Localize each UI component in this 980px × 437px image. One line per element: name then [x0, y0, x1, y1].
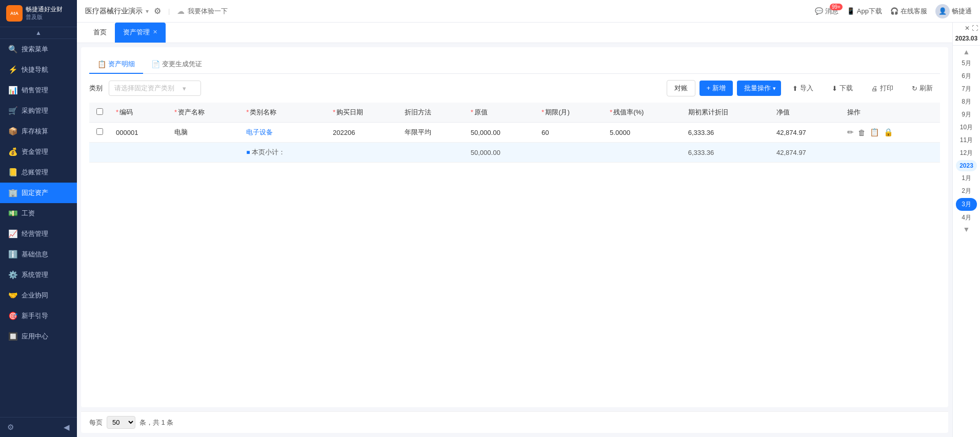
sidebar-item-search[interactable]: 🔍 搜索菜单	[0, 39, 77, 59]
sidebar-item-base-info[interactable]: ℹ️ 基础信息	[0, 244, 77, 265]
sidebar-item-operations[interactable]: 📈 经营管理	[0, 224, 77, 244]
header-depreciation-method: 折旧方法	[398, 103, 464, 123]
header-name: *资产名称	[168, 103, 240, 123]
time-year-2023[interactable]: 2023	[956, 160, 977, 171]
row-residual-rate: 5.0000	[604, 123, 682, 143]
sub-tab-asset-detail[interactable]: 📋 资产明细	[89, 55, 143, 74]
time-up-arrow-icon[interactable]: ▲	[962, 47, 971, 57]
refresh-btn[interactable]: ↻ 刷新	[905, 81, 940, 96]
cloud-icon: ☁	[177, 7, 185, 16]
apps-icon: 🔲	[8, 332, 17, 341]
sidebar-item-sales[interactable]: 📊 销售管理	[0, 80, 77, 101]
time-month-10[interactable]: 10月	[953, 121, 980, 134]
inner-content: 📋 资产明细 📄 变更生成凭证 类别 请选择固定资产类别	[81, 47, 948, 407]
app-download-btn[interactable]: 📱 App下载	[847, 7, 882, 16]
lock-icon[interactable]: 🔒	[884, 128, 893, 137]
logo-icon: AtA	[6, 5, 23, 22]
lightning-icon: ⚡	[8, 65, 17, 74]
online-service-btn[interactable]: 🎧 在线客服	[890, 7, 927, 16]
sidebar-item-inventory[interactable]: 📦 库存核算	[0, 121, 77, 142]
tab-home[interactable]: 首页	[85, 23, 115, 43]
pagination: 每页 10 20 50 100 条，共 1 条	[81, 411, 948, 433]
sidebar-item-ledger[interactable]: 📒 总账管理	[0, 162, 77, 183]
headset-icon: 🎧	[890, 7, 898, 15]
phone-icon: 📱	[847, 7, 855, 15]
settings-bottom-icon[interactable]: ⚙	[7, 423, 14, 432]
batch-ops-btn[interactable]: 批量操作 ▾	[737, 81, 781, 96]
time-month-5[interactable]: 5月	[953, 57, 980, 70]
subtotal-row: ■ 本页小计： 50,000.00 6,333.36 42,874.97	[89, 143, 940, 163]
time-month-2[interactable]: 2月	[953, 185, 980, 197]
experience-label[interactable]: 我要体验一下	[188, 7, 228, 16]
toolbar: 类别 请选择固定资产类别 ▾ 对账 + 新增	[89, 80, 940, 96]
time-panel: ✕ ⛶ 2023.03 ▲ 5月 6月 7月 8月 9月 10月 11月 12月…	[952, 23, 980, 437]
row-actions: ✏ 🗑 📋 🔒	[841, 123, 940, 143]
total-label: 条，共 1 条	[139, 418, 173, 427]
tab-asset-management[interactable]: 资产管理 ✕	[115, 23, 166, 43]
time-month-7[interactable]: 7月	[953, 83, 980, 95]
ledger-icon: 📒	[8, 168, 17, 177]
message-icon: 💬	[815, 7, 823, 15]
target-icon: 🎯	[8, 311, 17, 321]
topbar-settings-icon[interactable]: ⚙	[154, 6, 161, 16]
sidebar-item-system[interactable]: ⚙️ 系统管理	[0, 265, 77, 285]
time-month-3[interactable]: 3月	[956, 198, 977, 211]
sidebar-item-assets[interactable]: 🏢 固定资产	[0, 183, 77, 203]
sidebar-item-purchase[interactable]: 🛒 采购管理	[0, 101, 77, 121]
delete-icon[interactable]: 🗑	[858, 128, 866, 137]
time-month-4[interactable]: 4月	[953, 211, 980, 224]
panel-close-btn[interactable]: ✕	[965, 25, 970, 32]
messages-badge: 99+	[830, 4, 843, 10]
sub-tabs: 📋 资产明细 📄 变更生成凭证	[89, 55, 940, 74]
sidebar-item-guide[interactable]: 🎯 新手引导	[0, 306, 77, 326]
subtotal-icon: ■	[246, 149, 250, 156]
logo-text: 畅捷通好业财	[26, 6, 63, 14]
user-profile[interactable]: 👤 畅捷通	[935, 4, 972, 18]
time-month-11[interactable]: 11月	[953, 134, 980, 147]
import-icon: ⬆	[792, 85, 798, 92]
collapse-icon[interactable]: ◀	[64, 423, 70, 432]
time-month-9[interactable]: 9月	[953, 108, 980, 121]
time-month-12[interactable]: 12月	[953, 147, 980, 160]
sidebar-item-quicknav[interactable]: ⚡ 快捷导航	[0, 59, 77, 80]
category-select[interactable]: 请选择固定资产类别 ▾	[109, 81, 201, 96]
handshake-icon: 🤝	[8, 291, 17, 300]
print-btn[interactable]: 🖨 打印	[864, 81, 901, 96]
time-month-1[interactable]: 1月	[953, 172, 980, 185]
sidebar-item-collab[interactable]: 🤝 企业协同	[0, 285, 77, 306]
header-accumulated-depreciation: 期初累计折旧	[682, 103, 770, 123]
row-accumulated-depreciation: 6,333.36	[682, 123, 770, 143]
table-wrapper: *编码 *资产名称 *类别名称 *购买日期 折旧方法 *原值 *期限(月) *残…	[89, 103, 940, 163]
building-icon: 🏢	[8, 188, 17, 197]
assets-table: *编码 *资产名称 *类别名称 *购买日期 折旧方法 *原值 *期限(月) *残…	[89, 103, 940, 163]
tab-close-icon[interactable]: ✕	[153, 29, 157, 35]
sidebar-item-salary[interactable]: 💵 工资	[0, 203, 77, 224]
messages-btn[interactable]: 💬 消息 99+	[815, 7, 838, 16]
time-down-arrow-icon[interactable]: ▼	[962, 224, 971, 234]
time-month-8[interactable]: 8月	[953, 95, 980, 108]
sidebar-item-finance[interactable]: 💰 资金管理	[0, 142, 77, 162]
reconcile-btn[interactable]: 对账	[667, 80, 695, 96]
sidebar-item-apps[interactable]: 🔲 应用中心	[0, 326, 77, 347]
row-category-link[interactable]: 电子设备	[246, 128, 273, 136]
table-header-row: *编码 *资产名称 *类别名称 *购买日期 折旧方法 *原值 *期限(月) *残…	[89, 103, 940, 123]
header-operations: 操作	[841, 103, 940, 123]
subtotal-original-value: 50,000.00	[465, 143, 535, 163]
sub-tab-voucher[interactable]: 📄 变更生成凭证	[143, 55, 210, 74]
import-btn[interactable]: ⬆ 导入	[785, 81, 821, 96]
panel-expand-btn[interactable]: ⛶	[972, 25, 978, 32]
main-area: 医疗器械行业演示 ▾ ⚙ | ☁ 我要体验一下 💬 消息 99+ 📱 App下载…	[77, 0, 980, 437]
edit-icon[interactable]: ✏	[847, 128, 854, 137]
row-category: 电子设备	[240, 123, 327, 143]
subtotal-label: 本页小计：	[252, 148, 285, 156]
download-btn[interactable]: ⬇ 下载	[825, 81, 860, 96]
time-month-6[interactable]: 6月	[953, 70, 980, 83]
page-size-select[interactable]: 10 20 50 100	[107, 416, 135, 429]
add-btn[interactable]: + 新增	[699, 81, 733, 96]
select-all-checkbox[interactable]	[96, 108, 103, 115]
header-period: *期限(月)	[535, 103, 604, 123]
dropdown-arrow-icon[interactable]: ▾	[146, 8, 149, 15]
row-checkbox[interactable]	[96, 128, 103, 135]
sidebar-scroll-up-icon[interactable]: ▲	[35, 29, 42, 36]
copy-icon[interactable]: 📋	[870, 128, 879, 137]
